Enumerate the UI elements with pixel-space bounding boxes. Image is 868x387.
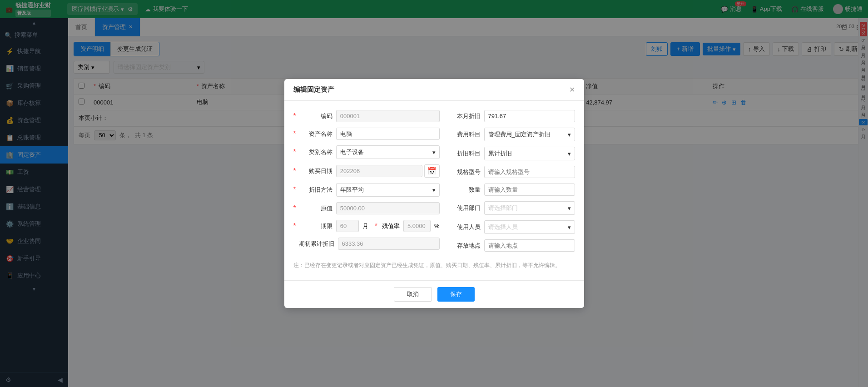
method-value: 年限平均 (340, 186, 364, 194)
save-label: 保存 (450, 291, 462, 298)
form-right-col: 本月折旧 费用科目 管理费用_固定资产折旧 ▾ 折旧科目 (449, 110, 575, 257)
initial-label: 期初累计折旧 (293, 240, 334, 248)
initial-input[interactable] (338, 238, 440, 250)
cancel-label: 取消 (407, 291, 419, 298)
date-required: * (293, 167, 296, 175)
category-select-value: 电子设备 (340, 148, 364, 156)
location-label: 存放地点 (449, 242, 481, 250)
code-required: * (293, 112, 296, 120)
name-input[interactable] (336, 128, 440, 140)
residual-input[interactable] (403, 220, 431, 232)
expense-label: 费用科目 (449, 130, 481, 139)
modal-overlay: 编辑固定资产 ✕ * 编码 * 资产名称 (0, 0, 868, 387)
period-required: * (293, 222, 296, 230)
category-select-arrow: ▾ (432, 149, 436, 156)
dep-subject-select[interactable]: 累计折旧 ▾ (484, 147, 575, 160)
period-label: 期限 (301, 222, 332, 230)
dep-subject-arrow: ▾ (568, 150, 571, 157)
user-placeholder: 请选择人员 (488, 223, 518, 231)
period-input[interactable] (336, 220, 359, 232)
form-name-row: * 资产名称 (293, 128, 440, 140)
method-label: 折旧方法 (301, 186, 332, 194)
expense-value: 管理费用_固定资产折旧 (488, 130, 551, 139)
modal-footer: 取消 保存 (284, 280, 584, 308)
form-location-row: 存放地点 (449, 239, 575, 252)
user-arrow: ▾ (568, 224, 571, 231)
monthly-input[interactable] (484, 110, 575, 122)
form-dept-row: 使用部门 请选择部门 ▾ (449, 201, 575, 215)
value-required: * (293, 204, 296, 213)
modal-body: * 编码 * 资产名称 * 类别名称 (284, 101, 584, 280)
quantity-input[interactable] (484, 184, 575, 196)
residual-required: * (375, 222, 377, 230)
dept-select[interactable]: 请选择部门 ▾ (484, 201, 575, 215)
method-required: * (293, 186, 296, 194)
code-label: 编码 (301, 112, 332, 120)
user-label: 使用人员 (449, 223, 481, 231)
name-label: 资产名称 (301, 130, 332, 138)
residual-unit: % (434, 223, 440, 229)
form-method-row: * 折旧方法 年限平均 ▾ (293, 183, 440, 197)
method-select[interactable]: 年限平均 ▾ (336, 183, 440, 197)
name-required: * (293, 130, 296, 138)
dept-placeholder: 请选择部门 (488, 204, 518, 212)
dept-arrow: ▾ (568, 205, 571, 212)
dept-label: 使用部门 (449, 204, 481, 212)
calendar-icon[interactable]: 📅 (424, 164, 440, 178)
form-initial-row: 期初累计折旧 (293, 238, 440, 250)
form-date-row: * 购买日期 📅 (293, 164, 440, 178)
date-label: 购买日期 (301, 167, 332, 175)
date-input[interactable] (336, 165, 422, 177)
form-spec-row: 规格型号 (449, 166, 575, 178)
value-input[interactable] (336, 202, 440, 214)
form-period-row: * 期限 月 * 残值率 % (293, 220, 440, 232)
modal-header: 编辑固定资产 ✕ (284, 79, 584, 101)
form-category-row: * 类别名称 电子设备 ▾ (293, 145, 440, 159)
form-dep-subject-row: 折旧科目 累计折旧 ▾ (449, 147, 575, 160)
spec-input[interactable] (484, 166, 575, 178)
cancel-button[interactable]: 取消 (394, 287, 432, 302)
form-left-col: * 编码 * 资产名称 * 类别名称 (293, 110, 440, 257)
monthly-label: 本月折旧 (449, 112, 481, 120)
residual-label: 残值率 (382, 222, 400, 230)
spec-label: 规格型号 (449, 168, 481, 176)
edit-asset-modal: 编辑固定资产 ✕ * 编码 * 资产名称 (284, 79, 584, 308)
dep-subject-value: 累计折旧 (488, 149, 512, 158)
modal-close-btn[interactable]: ✕ (569, 85, 575, 94)
save-button[interactable]: 保存 (437, 287, 475, 302)
user-select[interactable]: 请选择人员 ▾ (484, 220, 575, 234)
dep-subject-label: 折旧科目 (449, 149, 481, 158)
period-unit: 月 (362, 222, 368, 230)
expense-select[interactable]: 管理费用_固定资产折旧 ▾ (484, 128, 575, 141)
form-quantity-row: 数量 (449, 184, 575, 196)
expense-arrow: ▾ (568, 131, 571, 138)
form-grid: * 编码 * 资产名称 * 类别名称 (293, 110, 575, 257)
form-monthly-row: 本月折旧 (449, 110, 575, 122)
date-input-group: 📅 (336, 164, 440, 178)
category-label: 类别名称 (301, 148, 332, 156)
modal-note: 注：已经存在变更记录或者对应固定资产已经生成凭证，原值、购买日期、残值率、累计折… (293, 257, 575, 271)
form-expense-row: 费用科目 管理费用_固定资产折旧 ▾ (449, 128, 575, 141)
form-value-row: * 原值 (293, 202, 440, 214)
location-input[interactable] (484, 239, 575, 252)
method-arrow: ▾ (432, 187, 436, 194)
modal-title: 编辑固定资产 (293, 85, 334, 94)
form-user-row: 使用人员 请选择人员 ▾ (449, 220, 575, 234)
quantity-label: 数量 (449, 186, 481, 194)
code-input[interactable] (336, 110, 440, 122)
value-label: 原值 (301, 204, 332, 213)
category-select-modal[interactable]: 电子设备 ▾ (336, 145, 440, 159)
form-code-row: * 编码 (293, 110, 440, 122)
category-required: * (293, 148, 296, 156)
